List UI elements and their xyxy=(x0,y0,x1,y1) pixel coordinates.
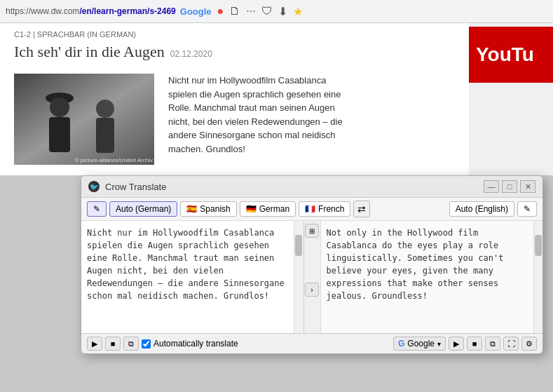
source-scrollbar[interactable] xyxy=(294,221,303,333)
translation-scroll-thumb xyxy=(535,235,542,256)
minimize-button[interactable]: — xyxy=(484,180,499,193)
article-date: 02.12.2020 xyxy=(170,49,212,59)
french-button[interactable]: 🇫🇷 French xyxy=(299,201,350,217)
article-text: Nicht nur im Hollywoodfilm Casablanca sp… xyxy=(168,74,350,165)
download-icon[interactable]: ⬇ xyxy=(278,5,287,18)
auto-german-button[interactable]: Auto (German) xyxy=(109,201,177,217)
url-bar[interactable]: https://www.dw.com/en/learn-german/s-246… xyxy=(6,6,176,16)
source-textarea[interactable]: Nicht nur im Hollywoodfilm Casablanca sp… xyxy=(81,221,294,333)
google-text: Google xyxy=(180,6,212,17)
article-image: © picture-alliance/United Archiv xyxy=(14,74,154,165)
engine-dropdown-icon: ▾ xyxy=(437,340,441,348)
play-source-button[interactable]: ▶ xyxy=(87,337,102,351)
crow-translate-dialog: 🐦 Crow Translate — □ ✕ ✎ Auto (German) 🇪… xyxy=(81,175,543,354)
french-flag-icon: 🇫🇷 xyxy=(305,204,315,214)
german-button[interactable]: 🇩🇪 German xyxy=(240,201,296,217)
youtube-logo: YouTu xyxy=(469,27,553,81)
french-label: French xyxy=(318,204,344,214)
right-controls: G Google ▾ ▶ ■ ⧉ ⛶ ⚙ xyxy=(393,337,537,351)
google-logo-icon: G xyxy=(398,339,404,349)
expand-button[interactable]: ⛶ xyxy=(503,337,519,351)
svg-point-3 xyxy=(50,97,69,117)
youtube-teaser: YouTu xyxy=(469,23,553,177)
spanish-flag-icon: 🇪🇸 xyxy=(186,204,197,214)
stop-icon: ■ xyxy=(111,339,116,348)
auto-german-label: Auto (German) xyxy=(116,204,171,214)
dialog-titlebar: 🐦 Crow Translate — □ ✕ xyxy=(81,176,542,198)
stop-source-button[interactable]: ■ xyxy=(105,337,121,351)
image-caption: © picture-alliance/United Archiv xyxy=(75,157,153,163)
copy2-icon: ⧉ xyxy=(490,339,496,349)
settings-icon: ⚙ xyxy=(526,339,533,349)
page-icon[interactable]: 🗋 xyxy=(229,5,240,18)
auto-translate-checkbox[interactable] xyxy=(142,339,151,349)
auto-english-label: Auto (English) xyxy=(456,204,508,214)
swap-languages-button[interactable]: ⇄ xyxy=(353,201,370,217)
svg-rect-4 xyxy=(49,117,70,152)
svg-rect-6 xyxy=(96,118,114,153)
google-engine-label: Google xyxy=(407,339,435,349)
stop2-icon: ■ xyxy=(472,339,477,348)
copy-to-right-button[interactable]: ⊞ xyxy=(305,224,319,238)
pencil-icon-btn[interactable]: ✎ xyxy=(87,201,107,217)
url-path: /en/learn-german/s-2469 xyxy=(79,6,175,16)
menu-icon[interactable]: ··· xyxy=(246,5,255,18)
maximize-button[interactable]: □ xyxy=(502,180,517,193)
pencil-icon: ✎ xyxy=(93,204,100,214)
close-button[interactable]: ✕ xyxy=(520,180,535,193)
shield-icon[interactable]: 🛡 xyxy=(261,5,273,18)
translation-textarea[interactable]: Not only in the Hollywood film Casablanc… xyxy=(321,221,533,333)
svg-rect-1 xyxy=(14,74,154,165)
play-translation-button[interactable]: ▶ xyxy=(449,337,464,351)
copy-source-icon: ⧉ xyxy=(128,339,134,349)
stop-translation-button[interactable]: ■ xyxy=(467,337,482,351)
play-icon: ▶ xyxy=(92,339,97,349)
source-panel: Nicht nur im Hollywoodfilm Casablanca sp… xyxy=(81,221,304,333)
article-title: Ich seh' dir in die Augen xyxy=(14,43,165,61)
spanish-button[interactable]: 🇪🇸 Spanish xyxy=(180,201,236,217)
german-label: German xyxy=(259,204,289,214)
language-toolbar: ✎ Auto (German) 🇪🇸 Spanish 🇩🇪 German 🇫🇷 … xyxy=(81,198,542,221)
translation-scrollbar[interactable] xyxy=(533,221,542,333)
url-prefix: https://www.dw.com xyxy=(6,6,79,16)
settings-button[interactable]: ⚙ xyxy=(521,337,537,351)
auto-translate-label: Automatically translate xyxy=(153,339,238,349)
translation-panels: Nicht nur im Hollywoodfilm Casablanca sp… xyxy=(81,221,542,333)
google-engine-button[interactable]: G Google ▾ xyxy=(393,337,446,351)
german-flag-icon: 🇩🇪 xyxy=(246,204,257,214)
copy-icon: ⊞ xyxy=(309,227,315,235)
auto-translate-control: Automatically translate xyxy=(142,339,238,349)
svg-point-5 xyxy=(96,100,114,118)
bottom-toolbar: ▶ ■ ⧉ Automatically translate G Google ▾ xyxy=(81,333,542,353)
copy-translation-button[interactable]: ⧉ xyxy=(485,337,500,351)
expand-icon: ⛶ xyxy=(507,339,515,348)
arrow-button[interactable]: › xyxy=(305,283,319,297)
google-dot-icon: ● xyxy=(217,5,224,18)
panel-divider: ⊞ › xyxy=(304,221,321,333)
dialog-title: Crow Translate xyxy=(105,182,481,192)
edit-icon: ✎ xyxy=(524,204,531,214)
copy-source-button[interactable]: ⧉ xyxy=(123,337,139,351)
crow-app-icon: 🐦 xyxy=(88,181,100,192)
bookmark-icon[interactable]: ★ xyxy=(293,5,303,18)
youtube-banner: YouTu xyxy=(469,27,553,83)
auto-english-button[interactable]: Auto (English) xyxy=(449,201,514,217)
edit-translation-button[interactable]: ✎ xyxy=(517,201,537,217)
translation-panel: Not only in the Hollywood film Casablanc… xyxy=(321,221,543,333)
arrow-icon: › xyxy=(310,286,313,294)
browser-chrome: https://www.dw.com/en/learn-german/s-246… xyxy=(0,0,553,23)
source-scroll-thumb xyxy=(295,235,302,256)
play2-icon: ▶ xyxy=(453,339,459,349)
breadcrumb: C1-2 | SPRACHBAR (IN GERMAN) xyxy=(14,30,539,39)
swap-icon: ⇄ xyxy=(357,203,366,215)
spanish-label: Spanish xyxy=(200,204,230,214)
